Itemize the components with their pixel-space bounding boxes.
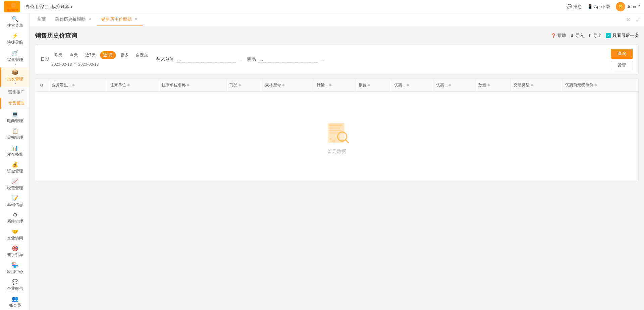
svg-rect-7	[329, 130, 342, 131]
settings-button[interactable]: 设置	[611, 61, 633, 70]
sidebar-item-operation[interactable]: 📈 经营管理	[0, 176, 29, 193]
date-btn-today[interactable]: 今天	[67, 51, 81, 59]
date-btn-7days[interactable]: 近7天	[82, 51, 99, 59]
page-header-actions: ❓ 帮助 ⬇ 导入 ⬆ 导出 ✓ 只看最后一次	[551, 33, 639, 39]
sidebar-item-newbie[interactable]: 🎯 新手引导	[0, 243, 29, 260]
user-avatar-area[interactable]: 😊 demo2	[616, 2, 640, 11]
note-icon: 📝	[12, 195, 18, 201]
dropdown-arrow-icon: ▾	[70, 4, 73, 9]
sidebar-item-search[interactable]: 🔍 搜索菜单	[0, 13, 29, 30]
search-icon: 🔍	[12, 16, 18, 22]
th-quote[interactable]: 报价	[356, 79, 391, 92]
expand-icon[interactable]: ⤢	[634, 15, 641, 24]
export-btn[interactable]: ⬆ 导出	[588, 33, 602, 39]
tab-home[interactable]: 首页	[32, 13, 50, 26]
goods-input[interactable]	[258, 56, 318, 63]
avatar: 😊	[616, 2, 625, 11]
sort-trans-type-icon	[531, 84, 533, 87]
data-table: ⚙ 业务发生...	[35, 79, 638, 182]
help-btn[interactable]: ❓ 帮助	[551, 33, 566, 39]
sidebar-item-retail[interactable]: 🛒 零售管理 ▾	[0, 49, 29, 68]
topbar-right: 💬 消息 📱 App下载 😊 demo2	[567, 2, 640, 11]
th-quantity[interactable]: 数量	[476, 79, 511, 92]
counterparty-more: ...	[238, 57, 242, 62]
th-counterparty-name[interactable]: 往来单位名称	[159, 79, 227, 92]
lightning-icon: ⚡	[12, 33, 18, 39]
tab-purchase-label: 采购历史价跟踪	[55, 16, 86, 22]
app-logo: 畅捷通好生意 标准版	[4, 1, 20, 12]
sort-counterparty-name-icon	[187, 84, 190, 87]
empty-state-row: 暂无数据	[35, 92, 638, 182]
tab-sales-close-icon[interactable]: ✕	[134, 17, 138, 21]
th-gear[interactable]: ⚙	[35, 79, 49, 92]
date-btn-custom[interactable]: 自定义	[133, 51, 151, 59]
tab-purchase-close-icon[interactable]: ✕	[88, 17, 92, 21]
sidebar-item-marketing[interactable]: 营销推广	[0, 87, 29, 98]
tab-home-label: 首页	[37, 16, 46, 22]
sidebar-item-sales-mgmt[interactable]: 销售管理	[0, 98, 29, 109]
sidebar-item-quicknav[interactable]: ⚡ 快捷导航	[0, 30, 29, 47]
th-goods[interactable]: 商品	[227, 79, 262, 92]
query-button[interactable]: 查询	[611, 49, 633, 59]
empty-illustration	[322, 118, 352, 149]
only-last-checkbox-area[interactable]: ✓ 只看最后一次	[606, 33, 639, 39]
import-btn[interactable]: ⬇ 导入	[570, 33, 584, 39]
message-btn[interactable]: 💬 消息	[567, 4, 582, 10]
sort-spec-icon	[282, 84, 285, 87]
table-header: ⚙ 业务发生...	[35, 79, 638, 92]
date-btn-more[interactable]: 更多	[117, 51, 131, 59]
svg-rect-6	[329, 127, 340, 129]
sort-discount1-icon	[407, 84, 409, 87]
table-container: ⚙ 业务发生...	[35, 79, 639, 182]
content-area: 首页 采购历史价跟踪 ✕ 销售历史价跟踪 ✕ ✕ ⤢ 销售历史价查询	[30, 13, 644, 310]
sidebar-divider-1	[3, 48, 26, 48]
sidebar-item-basic[interactable]: 📝 基础信息	[0, 193, 29, 209]
tab-purchase-history[interactable]: 采购历史价跟踪 ✕	[50, 13, 97, 26]
sidebar-item-system[interactable]: ⚙ 系统管理	[0, 209, 29, 226]
sidebar-item-wechat[interactable]: 💬 企业微信	[0, 276, 29, 293]
filter-bar: 日期 昨天 今天 近7天 近1月 更多 自定义 2023-02-18 至 202…	[35, 44, 639, 74]
sidebar-item-finance[interactable]: 💰 资金管理	[0, 159, 29, 176]
close-tab-icon[interactable]: ✕	[625, 15, 632, 24]
users-icon: 👥	[12, 296, 18, 302]
chart-icon: 📊	[12, 145, 18, 151]
th-pre-tax-price[interactable]: 优惠前无税单价	[562, 79, 638, 92]
th-unit[interactable]: 计量...	[314, 79, 356, 92]
sidebar-item-enterprise[interactable]: 🤝 企业协同	[0, 226, 29, 243]
goods-filter: 商品 ...	[247, 56, 324, 63]
sidebar-item-member[interactable]: 👥 畅会员	[0, 293, 29, 310]
sidebar-item-purchase[interactable]: 📋 采购管理	[0, 125, 29, 142]
main-layout: 🔍 搜索菜单 ⚡ 快捷导航 🛒 零售管理 ▾ 📦 批发管理 ▴ 营销推广 销售管…	[0, 13, 644, 310]
page-title: 销售历史价查询	[35, 32, 77, 40]
sidebar-item-wholesale[interactable]: 📦 批发管理 ▴	[0, 67, 29, 87]
tab-sales-history[interactable]: 销售历史价跟踪 ✕	[97, 13, 143, 26]
th-discount2[interactable]: 优惠...	[433, 79, 476, 92]
counterparty-input[interactable]	[176, 56, 236, 63]
date-btn-1month[interactable]: 近1月	[100, 51, 116, 59]
goods-more: ...	[320, 57, 324, 62]
sort-discount2-icon	[448, 84, 451, 87]
account-dropdown[interactable]: 办公用品行业模拟账套 ▾	[23, 2, 75, 11]
handshake-icon: 🤝	[12, 228, 18, 235]
import-icon: ⬇	[570, 33, 574, 38]
topbar: 畅捷通好生意 标准版 办公用品行业模拟账套 ▾ 💬 消息 📱 App下载 😊 d…	[0, 0, 644, 13]
th-counterparty[interactable]: 往来单位	[107, 79, 159, 92]
monitor-icon: 💻	[12, 111, 18, 117]
th-spec[interactable]: 规格型号	[262, 79, 314, 92]
gear-icon: ⚙	[13, 212, 17, 218]
only-last-checkbox[interactable]: ✓	[606, 33, 611, 38]
th-biz-date[interactable]: 业务发生...	[49, 79, 107, 92]
account-name: 办公用品行业模拟账套	[25, 4, 69, 10]
sidebar-item-inventory[interactable]: 📊 库存核算	[0, 142, 29, 159]
th-trans-type[interactable]: 交易类型	[511, 79, 562, 92]
filter-buttons: 查询 设置	[611, 49, 633, 70]
date-btn-yesterday[interactable]: 昨天	[51, 51, 65, 59]
th-discount1[interactable]: 优惠...	[391, 79, 433, 92]
empty-state-cell: 暂无数据	[35, 92, 638, 182]
svg-point-10	[339, 134, 345, 139]
sidebar-item-ecommerce[interactable]: 💻 电商管理	[0, 109, 29, 125]
sort-quote-icon	[368, 84, 370, 87]
goods-label: 商品	[247, 56, 256, 62]
sidebar-item-appstore[interactable]: 🏪 应用中心	[0, 260, 29, 276]
app-download-btn[interactable]: 📱 App下载	[587, 4, 610, 10]
